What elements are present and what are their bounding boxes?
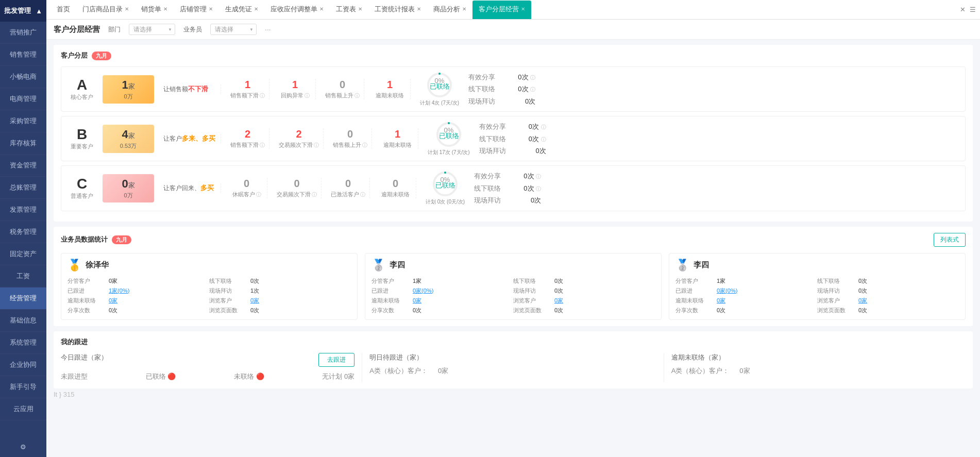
follow-section-title: 我的跟进 — [61, 337, 966, 347]
staff-3-name: 李四 — [694, 260, 709, 270]
tier-b-stat-1: 2 销售额下滑 ⓘ — [226, 128, 269, 149]
tier-b-count-box: 4家 0.53万 — [103, 125, 154, 153]
tier-a-circle: 0% 已联络 计划 4次 (7天/次) — [416, 72, 463, 107]
svg-text:已联络: 已联络 — [435, 181, 455, 189]
tab-close-customer-tier[interactable]: ✕ — [521, 6, 525, 12]
sidebar-item-marketing[interactable]: 营销推广 — [0, 22, 46, 44]
sidebar-item-collab[interactable]: 企业协同 — [0, 354, 46, 376]
more-filter-btn[interactable]: ··· — [265, 25, 271, 33]
sidebar-settings[interactable]: ⚙ — [0, 437, 46, 457]
tier-b-circle: 0% 已联络 计划 17次 (7天/次) — [424, 121, 474, 156]
tier-row-c: C 普通客户 0家 0万 让客户回来、多买 0 休眠客户 ⓘ 0 — [61, 165, 966, 211]
staff-select[interactable]: 请选择 — [210, 24, 257, 35]
staff-card-2: 🥈 李四 分管客户1家 线下联络0次 已跟进0家(0%) 现场拜访0次 逾期未联… — [365, 253, 662, 320]
staff-label: 业务员 — [183, 25, 202, 34]
dept-select-wrapper: 请选择 — [129, 24, 175, 35]
sidebar-item-finance[interactable]: 资金管理 — [0, 155, 46, 177]
tab-store-products[interactable]: 门店商品目录 ✕ — [76, 1, 135, 19]
tab-close-receivable[interactable]: ✕ — [319, 6, 324, 12]
sidebar-item-cloud[interactable]: 云应用 — [0, 398, 46, 420]
tab-close-store-products[interactable]: ✕ — [125, 6, 129, 12]
staff-card-3: 🥈 李四 分管客户1家 线下联络0次 已跟进0家(0%) 现场拜访0次 逾期未联… — [669, 253, 966, 320]
list-view-btn[interactable]: 列表式 — [934, 233, 966, 247]
sidebar-item-invoice[interactable]: 发票管理 — [0, 199, 46, 221]
tab-close-store-manage[interactable]: ✕ — [209, 6, 213, 12]
staff-select-wrapper: 请选择 — [210, 24, 257, 35]
sidebar-item-tax[interactable]: 税务管理 — [0, 221, 46, 243]
tab-home[interactable]: 首页 — [50, 1, 76, 19]
tab-voucher[interactable]: 生成凭证 ✕ — [219, 1, 264, 19]
tab-store-manage[interactable]: 店铺管理 ✕ — [174, 1, 219, 19]
tabs-bar: 首页 门店商品目录 ✕ 销货单 ✕ 店铺管理 ✕ 生成凭证 ✕ 应收应付调整单 … — [46, 0, 980, 20]
staff-2-info: 分管客户1家 线下联络0次 已跟进0家(0%) 现场拜访0次 逾期未联络0家 浏… — [371, 277, 655, 314]
staff-section-title: 业务员数据统计 九月 — [61, 235, 131, 244]
tier-c-right-stats: 有效分享0次 ⓘ 线下联络0次 ⓘ 现场拜访0次 — [474, 170, 541, 206]
tier-b-stat-2: 2 交易频次下滑 ⓘ — [275, 128, 324, 149]
tier-c-count-box: 0家 0万 — [103, 174, 154, 202]
staff-3-info: 分管客户1家 线下联络0次 已跟进0家(0%) 现场拜访0次 逾期未联络0家 浏… — [675, 277, 959, 314]
tabs-close-all-icon[interactable]: ✕ — [960, 6, 966, 13]
follow-col-today: 今日跟进（家） 去跟进 未跟进型 已联络 🔴 未联络 🔴 无计划 0家 — [61, 353, 362, 382]
tab-receivable[interactable]: 应收应付调整单 ✕ — [264, 1, 330, 19]
staff-3-name-row: 🥈 李四 — [675, 259, 959, 272]
sidebar-item-inventory[interactable]: 库存核算 — [0, 132, 46, 155]
sidebar-item-ecommerce[interactable]: 电商管理 — [0, 88, 46, 110]
tier-a-right-stats: 有效分享0次 ⓘ 线下联络0次 ⓘ 现场拜访0次 — [468, 71, 535, 107]
tier-a-stats: 1 销售额下滑 ⓘ 1 回购异常 ⓘ 0 销售额上升 ⓘ 1 逾期未联络 — [226, 71, 960, 107]
tier-c-circle: 0% 已联络 计划 0次 (0天/次) — [421, 171, 469, 206]
tier-c-stat-4: 0 逾期未联络 — [375, 178, 416, 198]
tab-payroll-report[interactable]: 工资统计报表 ✕ — [368, 1, 427, 19]
customer-tier-title: 客户分层 九月 — [61, 51, 966, 60]
sidebar-item-management[interactable]: 经营管理 — [0, 287, 46, 310]
sidebar-header: 批发管理 ▲ — [0, 0, 46, 22]
sidebar-item-ecommerce-small[interactable]: 小畅电商 — [0, 66, 46, 88]
sidebar-item-sales[interactable]: 销售管理 — [0, 44, 46, 66]
tier-a-count-box: 1家 0万 — [103, 75, 154, 104]
sidebar-item-system[interactable]: 系统管理 — [0, 332, 46, 354]
tab-close-voucher[interactable]: ✕ — [254, 6, 258, 12]
tab-close-product-analysis[interactable]: ✕ — [462, 6, 466, 12]
tab-close-sales-order[interactable]: ✕ — [163, 6, 167, 12]
sidebar-item-payroll[interactable]: 工资 — [0, 265, 46, 287]
sidebar-item-assets[interactable]: 固定资产 — [0, 243, 46, 265]
tier-label-a: A 核心客户 — [66, 78, 97, 101]
staff-grid: 🥇 徐泽华 分管客户0家 线下联络0次 已跟进1家(0%) 现场拜访1次 逾期未… — [61, 253, 966, 320]
sidebar-item-purchase[interactable]: 采购管理 — [0, 110, 46, 132]
staff-2-medal: 🥈 — [371, 259, 385, 272]
follow-col-tomorrow: 明日待跟进（家） A类（核心）客户： 0家 — [362, 353, 664, 382]
tab-close-payroll-report[interactable]: ✕ — [417, 6, 421, 12]
tab-sales-order[interactable]: 销货单 ✕ — [135, 1, 174, 19]
tab-customer-tier[interactable]: 客户分层经营 ✕ — [472, 1, 531, 19]
main-area: 首页 门店商品目录 ✕ 销货单 ✕ 店铺管理 ✕ 生成凭证 ✕ 应收应付调整单 … — [46, 0, 980, 457]
tier-a-suggest: 让销售额不下滑 — [159, 84, 221, 94]
sidebar-item-basic-info[interactable]: 基础信息 — [0, 310, 46, 332]
sidebar-collapse-icon[interactable]: ▲ — [36, 7, 42, 15]
tab-product-analysis[interactable]: 商品分析 ✕ — [427, 1, 472, 19]
tier-label-b: B 重要客户 — [66, 127, 97, 150]
tier-b-stat-4: 1 逾期未联络 — [377, 128, 418, 149]
sidebar-item-ledger[interactable]: 总账管理 — [0, 177, 46, 199]
tier-b-right-stats: 有效分享0次 ⓘ 线下联络0次 ⓘ 现场拜访0次 — [479, 121, 546, 157]
sidebar: 批发管理 ▲ 营销推广 销售管理 小畅电商 电商管理 采购管理 库存核算 资金管… — [0, 0, 46, 457]
tabs-actions: ✕ ☰ — [960, 6, 976, 13]
tier-row-b: B 重要客户 4家 0.53万 让客户多来、多买 2 销售额下滑 ⓘ 2 — [61, 116, 966, 161]
tab-payroll[interactable]: 工资表 ✕ — [330, 1, 368, 19]
staff-3-medal: 🥈 — [675, 259, 689, 272]
tab-close-payroll[interactable]: ✕ — [358, 6, 362, 12]
dept-select[interactable]: 请选择 — [129, 24, 175, 35]
page-header: 客户分层经营 部门 请选择 业务员 请选择 ··· — [46, 20, 980, 40]
tabs-menu-icon[interactable]: ☰ — [970, 6, 976, 13]
content-area: 客户分层 九月 A 核心客户 1家 0万 让销售额不下滑 1 — [46, 40, 980, 457]
sidebar-item-guide[interactable]: 新手引导 — [0, 376, 46, 398]
svg-text:已联络: 已联络 — [430, 82, 450, 90]
tier-b-stats: 2 销售额下滑 ⓘ 2 交易频次下滑 ⓘ 0 销售额上升 ⓘ 1 逾期未联络 — [226, 121, 960, 157]
follow-col-overdue: 逾期未联络（家） A类（核心）客户： 0家 — [664, 353, 966, 382]
go-follow-btn[interactable]: 去跟进 — [318, 353, 354, 367]
tier-month-badge: 九月 — [92, 52, 111, 60]
tier-b-suggest: 让客户多来、多买 — [159, 134, 221, 143]
page-title: 客户分层经营 — [54, 25, 100, 35]
staff-2-name-row: 🥈 李四 — [371, 259, 655, 272]
tier-label-c: C 普通客户 — [66, 177, 97, 200]
tier-row-a: A 核心客户 1家 0万 让销售额不下滑 1 销售额下滑 ⓘ 1 — [61, 66, 966, 112]
tier-a-stat-2: 1 回购异常 ⓘ — [275, 79, 316, 99]
